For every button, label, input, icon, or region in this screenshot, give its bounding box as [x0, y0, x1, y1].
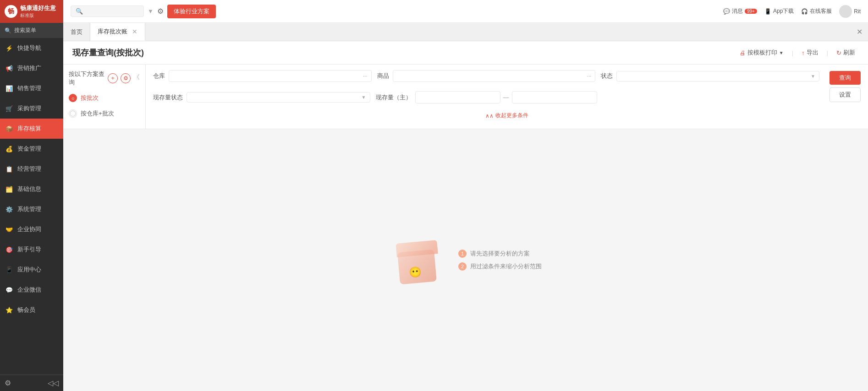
scheme-option-by-batch[interactable]: ⊙ 按批次 — [63, 90, 145, 106]
quick-nav-icon: ⚡ — [5, 43, 14, 53]
svg-point-2 — [70, 111, 76, 116]
experience-btn[interactable]: 体验行业方案 — [167, 5, 216, 18]
filter-buttons: 查询 设置 — [830, 70, 861, 102]
inventory-qty-label: 现存量（主） — [376, 93, 412, 102]
status-select[interactable]: ▼ — [616, 71, 819, 81]
scheme-by-warehouse-batch-label: 按仓库+批次 — [81, 109, 114, 118]
hint-1-num: 1 — [458, 250, 467, 258]
sidebar-item-quick-nav[interactable]: ⚡ 快捷导航 — [0, 38, 63, 58]
empty-hint-2: 2 用过滤条件来缩小分析范围 — [458, 262, 542, 271]
inventory-status-dropdown-icon: ▼ — [362, 95, 366, 100]
topbar-search-input[interactable] — [86, 8, 139, 15]
export-label: 导出 — [807, 49, 819, 57]
add-scheme-btn[interactable]: + — [108, 73, 118, 83]
inventory-status-select[interactable]: ▼ — [187, 92, 370, 103]
print-template-btn[interactable]: 🖨 按模板打印 ▼ — [736, 47, 787, 59]
tab-close-icon[interactable]: ✕ — [132, 28, 137, 35]
config-scheme-btn[interactable]: ⚙ — [121, 73, 131, 83]
sidebar-item-operations[interactable]: 📋 经营管理 — [0, 159, 63, 179]
settings-footer-icon[interactable]: ⚙ — [5, 379, 11, 387]
warehouse-input[interactable]: ··· — [169, 70, 372, 82]
sidebar-item-label: 畅会员 — [17, 306, 35, 314]
collapse-sidebar-icon[interactable]: ◁◁ — [48, 379, 59, 387]
filter-scheme-label: 按以下方案查询 — [69, 70, 108, 87]
plus-icon: + — [111, 75, 114, 81]
page-title: 现存量查询(按批次) — [72, 47, 144, 58]
sidebar-item-label: 应用中心 — [17, 266, 41, 274]
search-icon: 🔍 — [5, 27, 11, 34]
tab-home-label: 首页 — [71, 28, 82, 36]
empty-state: 😶 1 请先选择要分析的方案 2 用过滤条件来缩小分析范围 — [63, 129, 868, 391]
sidebar-item-basic[interactable]: 🗂️ 基础信息 — [0, 179, 63, 199]
inventory-icon: 📦 — [5, 124, 14, 133]
print-template-label: 按模板打印 — [747, 49, 777, 57]
settings-btn[interactable]: 设置 — [830, 87, 861, 102]
inventory-qty-from[interactable] — [415, 91, 500, 103]
sidebar-item-member[interactable]: ⭐ 畅会员 — [0, 300, 63, 320]
topbar-search-icon: 🔍 — [76, 8, 83, 15]
export-btn[interactable]: ↑ 导出 — [798, 47, 822, 59]
sidebar-item-system[interactable]: ⚙️ 系统管理 — [0, 199, 63, 219]
inventory-status-label: 现存量状态 — [153, 93, 183, 102]
sidebar-item-marketing[interactable]: 📢 营销推广 — [0, 58, 63, 78]
filter-area: 按以下方案查询 + ⚙ 《 ⊙ 按批次 — [63, 65, 868, 129]
tab-inventory-batch[interactable]: 库存批次账 ✕ — [90, 23, 145, 41]
tab-home[interactable]: 首页 — [63, 23, 90, 41]
collapse-scheme-btn[interactable]: 《 — [133, 73, 140, 83]
export-icon: ↑ — [802, 49, 805, 56]
product-input[interactable]: ··· — [393, 70, 596, 82]
query-btn[interactable]: 查询 — [830, 71, 861, 85]
collapse-more-conditions[interactable]: ∧∧ 收起更多条件 — [153, 108, 861, 123]
tabs-close-all-btn[interactable]: ✕ — [851, 27, 868, 36]
main-area: 🔍 ▼ ⚙ 体验行业方案 💬 消息 99+ 📱 App下载 🎧 在线客服 — [63, 0, 868, 391]
app-download-action[interactable]: 📱 App下载 — [764, 7, 794, 15]
sidebar-item-appstore[interactable]: 📱 应用中心 — [0, 260, 63, 280]
sidebar-item-enterprise[interactable]: 🤝 企业协同 — [0, 219, 63, 239]
topbar-left: 🔍 ▼ ⚙ 体验行业方案 — [71, 5, 719, 18]
user-info-action[interactable]: Rit — [839, 5, 861, 18]
newbie-icon: 🎯 — [5, 245, 14, 254]
messages-action[interactable]: 💬 消息 99+ — [723, 7, 757, 15]
page-header: 现存量查询(按批次) 🖨 按模板打印 ▼ | ↑ 导出 | ↻ 刷新 — [63, 41, 868, 65]
sidebar-item-finance[interactable]: 💰 资金管理 — [0, 139, 63, 159]
sidebar-item-label: 企业微信 — [17, 286, 41, 294]
sidebar-item-sales[interactable]: 📊 销售管理 — [0, 78, 63, 98]
page-content: 现存量查询(按批次) 🖨 按模板打印 ▼ | ↑ 导出 | ↻ 刷新 — [63, 41, 868, 391]
print-dropdown-icon[interactable]: ▼ — [779, 50, 784, 55]
status-dropdown-icon: ▼ — [811, 74, 815, 79]
sidebar-item-label: 营销推广 — [17, 64, 41, 72]
range-dash: — — [503, 94, 509, 101]
scheme-by-batch-label: 按批次 — [81, 94, 99, 102]
gear-scheme-icon: ⚙ — [123, 75, 128, 81]
sidebar-search[interactable]: 🔍 搜索菜单 — [0, 23, 63, 38]
sidebar-item-label: 资金管理 — [17, 145, 41, 153]
sidebar-item-inventory[interactable]: 📦 库存核算 — [0, 119, 63, 139]
messages-icon: 💬 — [723, 8, 730, 15]
refresh-btn[interactable]: ↻ 刷新 — [833, 47, 859, 59]
online-service-label: 在线客服 — [810, 7, 832, 15]
inventory-qty-range: — — [415, 91, 597, 103]
svg-text:⊙: ⊙ — [71, 97, 75, 101]
sidebar-item-wechat[interactable]: 💬 企业微信 — [0, 280, 63, 300]
warehouse-more-icon: ··· — [363, 73, 368, 79]
sidebar: 畅 畅康通好生意 标准版 🔍 搜索菜单 ⚡ 快捷导航 📢 营销推广 📊 销售管理… — [0, 0, 63, 391]
separator-1: | — [792, 49, 793, 56]
scheme-option-by-warehouse-batch[interactable]: 按仓库+批次 — [63, 106, 145, 121]
topbar-dropdown-icon[interactable]: ▼ — [148, 8, 154, 15]
marketing-icon: 📢 — [5, 64, 14, 73]
sidebar-item-purchase[interactable]: 🛒 采购管理 — [0, 98, 63, 119]
topbar-search-box[interactable]: 🔍 — [71, 5, 144, 17]
sales-icon: 📊 — [5, 84, 14, 93]
sidebar-item-newbie[interactable]: 🎯 新手引导 — [0, 239, 63, 260]
topbar-gear-icon[interactable]: ⚙ — [157, 7, 164, 16]
collapse-label: 收起更多条件 — [495, 112, 528, 119]
refresh-icon: ↻ — [836, 49, 841, 56]
online-service-action[interactable]: 🎧 在线客服 — [801, 7, 832, 15]
collapse-up-icon: ∧∧ — [485, 113, 494, 119]
product-field: 商品 ··· — [377, 70, 596, 82]
inventory-qty-to[interactable] — [512, 91, 597, 103]
member-icon: ⭐ — [5, 305, 14, 315]
user-name: Rit — [854, 8, 861, 15]
inventory-qty-field: 现存量（主） — — [376, 91, 597, 103]
scheme-inactive-icon — [69, 109, 77, 118]
